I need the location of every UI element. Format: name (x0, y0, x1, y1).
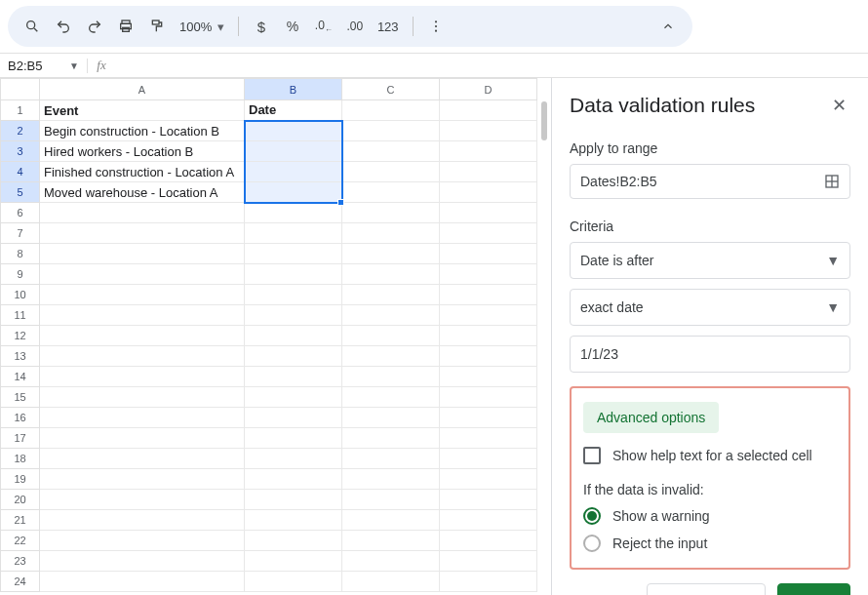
done-button[interactable]: Done (777, 583, 850, 595)
cell-D17[interactable] (440, 428, 537, 449)
redo-icon[interactable] (80, 13, 109, 40)
cell-B9[interactable] (245, 264, 342, 285)
cell-C12[interactable] (342, 326, 440, 346)
cell-C3[interactable] (342, 141, 440, 162)
cell-B11[interactable] (245, 305, 342, 326)
cell-C11[interactable] (342, 305, 440, 326)
cell-C15[interactable] (342, 387, 440, 408)
radio-show-warning[interactable]: Show a warning (583, 507, 837, 525)
cell-B22[interactable] (245, 531, 342, 551)
cell-B24[interactable] (245, 572, 342, 592)
row-header-13[interactable]: 13 (1, 346, 40, 367)
range-input[interactable]: Dates!B2:B5 (570, 164, 850, 199)
cell-C4[interactable] (342, 162, 440, 182)
cell-A8[interactable] (40, 244, 245, 264)
cell-A13[interactable] (40, 346, 245, 367)
cell-C2[interactable] (342, 121, 440, 141)
cell-B21[interactable] (245, 510, 342, 531)
cell-A4[interactable]: Finished construction - Location A (40, 162, 245, 182)
row-header-6[interactable]: 6 (1, 203, 40, 223)
cell-A20[interactable] (40, 490, 245, 510)
cell-A1[interactable]: Event (40, 100, 245, 121)
cell-D8[interactable] (440, 244, 537, 264)
advanced-options-button[interactable]: Advanced options (583, 402, 719, 433)
row-header-17[interactable]: 17 (1, 428, 40, 449)
cell-A16[interactable] (40, 408, 245, 428)
cell-C19[interactable] (342, 469, 440, 490)
checkbox-icon[interactable] (583, 447, 601, 464)
paint-format-icon[interactable] (142, 13, 172, 40)
cell-D16[interactable] (440, 408, 537, 428)
cell-B15[interactable] (245, 387, 342, 408)
zoom-dropdown[interactable]: 100% ▾ (174, 20, 230, 34)
cell-B23[interactable] (245, 551, 342, 572)
scrollbar[interactable] (541, 101, 547, 140)
cell-C17[interactable] (342, 428, 440, 449)
cell-A7[interactable] (40, 223, 245, 244)
row-header-12[interactable]: 12 (1, 326, 40, 346)
cell-C13[interactable] (342, 346, 440, 367)
cell-C18[interactable] (342, 449, 440, 469)
cell-B20[interactable] (245, 490, 342, 510)
cell-C24[interactable] (342, 572, 440, 592)
cell-C21[interactable] (342, 510, 440, 531)
cell-A14[interactable] (40, 367, 245, 387)
cell-D10[interactable] (440, 285, 537, 305)
cell-B13[interactable] (245, 346, 342, 367)
remove-rule-button[interactable]: Remove rule (647, 583, 765, 595)
cell-C22[interactable] (342, 531, 440, 551)
cell-B18[interactable] (245, 449, 342, 469)
print-icon[interactable] (111, 13, 140, 40)
cell-C1[interactable] (342, 100, 440, 121)
cell-A24[interactable] (40, 572, 245, 592)
cell-B17[interactable] (245, 428, 342, 449)
cell-A3[interactable]: Hired workers - Location B (40, 141, 245, 162)
row-header-20[interactable]: 20 (1, 490, 40, 510)
row-header-23[interactable]: 23 (1, 551, 40, 572)
cell-B14[interactable] (245, 367, 342, 387)
row-header-18[interactable]: 18 (1, 449, 40, 469)
cell-B2[interactable] (245, 121, 342, 141)
row-header-7[interactable]: 7 (1, 223, 40, 244)
search-icon[interactable] (18, 13, 47, 40)
row-header-21[interactable]: 21 (1, 510, 40, 531)
row-header-10[interactable]: 10 (1, 285, 40, 305)
cell-A5[interactable]: Moved warehouse - Location A (40, 182, 245, 203)
row-header-3[interactable]: 3 (1, 141, 40, 162)
row-header-11[interactable]: 11 (1, 305, 40, 326)
cell-B8[interactable] (245, 244, 342, 264)
cell-D20[interactable] (440, 490, 537, 510)
criteria-dropdown[interactable]: Date is after ▼ (570, 242, 850, 279)
cell-B3[interactable] (245, 141, 342, 162)
cell-C9[interactable] (342, 264, 440, 285)
cell-A23[interactable] (40, 551, 245, 572)
cell-B1[interactable]: Date (245, 100, 342, 121)
radio-on-icon[interactable] (583, 507, 601, 525)
row-header-14[interactable]: 14 (1, 367, 40, 387)
cell-B10[interactable] (245, 285, 342, 305)
row-header-24[interactable]: 24 (1, 572, 40, 592)
cell-B16[interactable] (245, 408, 342, 428)
name-box[interactable]: B2:B5 ▼ (0, 59, 88, 73)
cell-D14[interactable] (440, 367, 537, 387)
cell-A12[interactable] (40, 326, 245, 346)
cell-A17[interactable] (40, 428, 245, 449)
cell-C6[interactable] (342, 203, 440, 223)
cell-C14[interactable] (342, 367, 440, 387)
row-header-16[interactable]: 16 (1, 408, 40, 428)
undo-icon[interactable] (49, 13, 78, 40)
cell-A11[interactable] (40, 305, 245, 326)
cell-C16[interactable] (342, 408, 440, 428)
cell-D22[interactable] (440, 531, 537, 551)
cell-D12[interactable] (440, 326, 537, 346)
cell-C10[interactable] (342, 285, 440, 305)
cell-A10[interactable] (40, 285, 245, 305)
cell-C5[interactable] (342, 182, 440, 203)
cell-C23[interactable] (342, 551, 440, 572)
column-header-B[interactable]: B (245, 79, 342, 100)
cell-D9[interactable] (440, 264, 537, 285)
cell-D2[interactable] (440, 121, 537, 141)
decrease-decimal-icon[interactable]: .0← (309, 13, 338, 40)
cell-C20[interactable] (342, 490, 440, 510)
cell-A9[interactable] (40, 264, 245, 285)
